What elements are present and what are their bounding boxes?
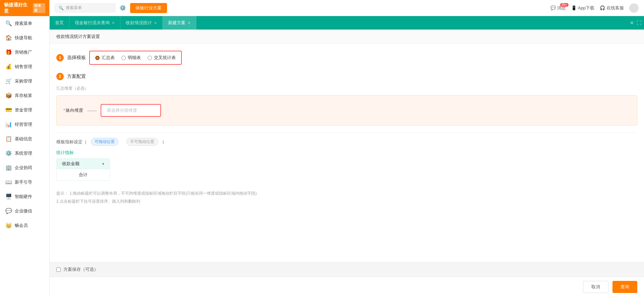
indicator-hint: 模板指标设定（ 可拖动位置 不可拖动位置 ） [56,138,637,146]
version-tag: 标准版 [33,3,45,13]
maximize-icon[interactable]: ⛶ [637,20,641,26]
step2-badge: 2 [56,73,64,80]
step1-title: 选择模板 [67,55,86,61]
summary-dimension-label: 汇总维度（必选） [56,86,637,91]
sidebar-item-marketing[interactable]: 🎁营销推广 [0,45,49,59]
search-icon: 🔍 [5,20,12,27]
wechat-icon: 💬 [5,208,12,214]
industry-btn[interactable]: 体验行业方案 [130,3,167,13]
content-area: 收款情况统计方案设置 1 选择模板 汇总表 [50,30,644,277]
sidebar-item-search[interactable]: 🔍搜索菜单 [0,16,49,31]
tab-new-plan[interactable]: 新建方案 ✕ [163,16,196,30]
sidebar-item-enterprise[interactable]: 🏢企业协同 [0,160,49,175]
online-service[interactable]: 🎧 在线客服 [600,5,624,11]
operations-icon: 📊 [5,121,12,128]
tab-collection-stats[interactable]: 收款情况统计 ✕ [120,16,163,30]
topbar-right: 💬 99+ 消息 📱 App下载 🎧 在线客服 [550,3,639,13]
radio-summary-input[interactable] [95,56,100,60]
smart-hw-icon: 🖥️ [5,193,12,200]
footer-bar: 取消 查询 [50,277,644,297]
sidebar-item-system[interactable]: ⚙️系统管理 [0,146,49,160]
radio-detail[interactable]: 明细表 [121,55,141,61]
search-placeholder: 搜索菜单 [66,5,82,11]
sidebar-label-enterprise: 企业协同 [15,165,32,171]
cancel-button[interactable]: 取消 [583,281,608,293]
tab-bank-flow-label: 现金银行流水查询 [75,20,110,26]
indicator-table-cell: 合计 [57,169,110,181]
sidebar-label-member: 畅会员 [15,222,28,229]
radio-cross-label: 交叉统计表 [154,55,176,61]
step2-section: 2 方案配置 汇总维度（必选） *纵向维度 —— [56,73,637,205]
indicator-settings-prefix: 模板指标设定（ [56,139,87,145]
sidebar-label-operations: 经营管理 [15,121,32,128]
close-collection-stats-icon[interactable]: ✕ [154,21,157,25]
save-option-checkbox[interactable] [56,267,61,272]
inventory-icon: 📦 [5,92,12,99]
notification-wrap[interactable]: 💬 99+ 消息 [550,5,566,11]
sidebar-label-quick-nav: 快捷导航 [15,35,32,41]
tab-home[interactable]: 首页 [50,16,69,30]
radio-detail-input[interactable] [121,56,126,60]
radio-cross[interactable]: 交叉统计表 [148,55,176,61]
sidebar-item-tutorial[interactable]: 📖新手引导 [0,175,49,189]
query-button[interactable]: 查询 [612,281,637,293]
app-download[interactable]: 📱 App下载 [571,5,594,11]
topbar: 🔍 搜索菜单 ⚙️ 体验行业方案 💬 99+ 消息 📱 App下载 🎧 在线客服 [50,0,644,16]
step1-header: 1 选择模板 汇总表 明细表 [56,51,637,65]
system-icon: ⚙️ [5,150,12,156]
dimension-placeholder: 请选择分组维度 [107,108,137,113]
settings-icon[interactable]: ⚙️ [119,5,126,11]
sidebar-label-smart-hw: 智能硬件 [15,194,32,200]
indicator-section: 模板指标设定（ 可拖动位置 不可拖动位置 ） 统计指标 收款金额 ▾ [56,138,637,182]
service-icon: 🎧 [600,5,605,10]
sidebar-label-basic-info: 基础信息 [15,136,32,142]
sidebar-label-wechat: 企业微信 [15,208,32,214]
save-option-label[interactable]: 方案保存（可选） [63,266,98,273]
indicator-header-label: 收款金额 [62,161,79,167]
non-draggable-pill: 不可拖动位置 [126,138,158,146]
sidebar-item-purchase[interactable]: 🛒采购管理 [0,74,49,88]
sidebar-item-sales[interactable]: 💰销售管理 [0,59,49,74]
member-icon: 👑 [5,222,12,229]
breadcrumb: 收款情况统计方案设置 [56,34,100,39]
sidebar: 畅捷通好生意 标准版 🔍搜索菜单🏠快捷导航🎁营销推广💰销售管理🛒采购管理📦库存核… [0,0,50,297]
purchase-icon: 🛒 [5,78,12,84]
radio-summary[interactable]: 汇总表 [95,55,115,61]
divider [56,132,637,133]
sidebar-nav: 🔍搜索菜单🏠快捷导航🎁营销推广💰销售管理🛒采购管理📦库存核算💳资金管理📊经营管理… [0,16,49,297]
close-new-plan-icon[interactable]: ✕ [187,21,191,25]
sidebar-label-search: 搜索菜单 [15,20,32,27]
main-area: 🔍 搜索菜单 ⚙️ 体验行业方案 💬 99+ 消息 📱 App下载 🎧 在线客服 [50,0,644,297]
marketing-icon: 🎁 [5,49,12,55]
avatar[interactable] [629,3,639,13]
sidebar-item-operations[interactable]: 📊经营管理 [0,117,49,132]
sidebar-item-basic-info[interactable]: 📋基础信息 [0,132,49,146]
close-window-icon[interactable]: ✕ [630,20,634,26]
indicator-table-header[interactable]: 收款金额 ▾ [57,159,110,169]
search-box[interactable]: 🔍 搜索菜单 [55,3,115,12]
dimension-select[interactable]: 请选择分组维度 [101,104,161,117]
sidebar-item-inventory[interactable]: 📦库存核算 [0,88,49,103]
notification-badge: 99+ [560,3,569,7]
close-bank-flow-icon[interactable]: ✕ [112,21,115,25]
sidebar-item-quick-nav[interactable]: 🏠快捷导航 [0,31,49,45]
step1-section: 1 选择模板 汇总表 明细表 [56,51,637,65]
sidebar-item-member[interactable]: 👑畅会员 [0,218,49,233]
step2-header: 2 方案配置 [56,73,637,80]
download-label: App下载 [578,5,594,11]
radio-cross-input[interactable] [148,56,152,60]
step2-title: 方案配置 [67,73,86,80]
sidebar-label-tutorial: 新手引导 [15,179,32,185]
search-icon: 🔍 [59,6,64,10]
dropdown-arrow-icon[interactable]: ▾ [102,162,104,166]
enterprise-icon: 🏢 [5,164,12,171]
sidebar-item-wechat[interactable]: 💬企业微信 [0,204,49,218]
service-label: 在线客服 [606,5,624,11]
tab-new-plan-label: 新建方案 [168,20,185,26]
sidebar-item-finance[interactable]: 💳资金管理 [0,103,49,117]
page-inner: 收款情况统计方案设置 1 选择模板 汇总表 [50,30,644,277]
sidebar-item-smart-hw[interactable]: 🖥️智能硬件 [0,189,49,204]
save-option-bar: 方案保存（可选） [50,262,644,277]
tab-bank-flow[interactable]: 现金银行流水查询 ✕ [69,16,120,30]
tutorial-icon: 📖 [5,179,12,185]
